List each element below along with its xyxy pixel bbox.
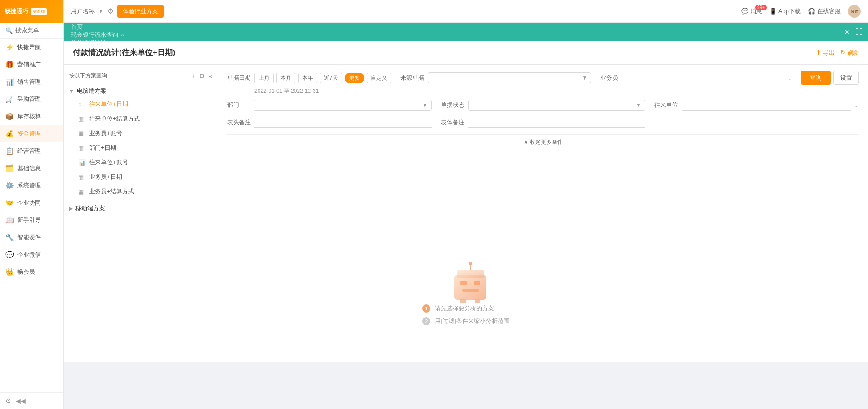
counterpart-field: 往来单位 ... <box>654 100 859 111</box>
scheme-item-dept-date[interactable]: ▦部门+日期 <box>64 141 218 155</box>
online-service-button[interactable]: 🎧 在线客服 <box>808 7 841 15</box>
doc-status-field: 单据状态 ▼ <box>441 100 645 111</box>
sidebar-search[interactable]: 🔍 搜索菜单 <box>0 23 63 39</box>
sidebar-item-quick-nav[interactable]: ⚡快捷导航 <box>0 39 63 56</box>
sidebar-item-member[interactable]: 👑畅会员 <box>0 263 63 281</box>
notifications-badge: 99+ <box>755 5 767 10</box>
sidebar-item-system[interactable]: ⚙️系统管理 <box>0 177 63 194</box>
dept-label: 部门 <box>227 101 250 109</box>
scheme-icon-counterpart-date: ○ <box>78 101 85 108</box>
hint-text-1: 请先选择要分析的方案 <box>435 304 494 313</box>
refresh-label: 刷新 <box>847 49 859 57</box>
query-button[interactable]: 查询 <box>801 71 831 85</box>
sidebar: 畅捷通巧 标准版 🔍 搜索菜单 ⚡快捷导航🎁营销推广📊销售管理🛒采购管理📦库存核… <box>0 0 64 409</box>
tab-close-bank-flow[interactable]: × <box>121 32 124 38</box>
sidebar-item-wechat[interactable]: 💬企业微信 <box>0 246 63 263</box>
doc-status-select[interactable]: ▼ <box>468 100 645 111</box>
tabbar-actions: ✕ ⛶ <box>838 23 868 41</box>
notifications-button[interactable]: 💬 消息 99+ <box>741 7 762 15</box>
app-icon: 📱 <box>769 8 777 15</box>
sidebar-item-inventory[interactable]: 📦库存核算 <box>0 108 63 125</box>
body-note-input[interactable] <box>468 117 645 128</box>
source-doc-select[interactable]: ▼ <box>428 72 592 83</box>
header-note-input[interactable] <box>254 117 432 128</box>
scheme-icon-counterpart-settle: ▦ <box>78 116 85 122</box>
sidebar-icon-inventory: 📦 <box>5 112 14 121</box>
tab-home[interactable]: 首页 <box>64 23 131 31</box>
sidebar-icon-wechat: 💬 <box>5 251 14 259</box>
mobile-scheme-group-header[interactable]: ▶ 移动端方案 <box>64 202 218 214</box>
scheme-add-icon[interactable]: + <box>192 72 195 80</box>
sidebar-icon-enterprise: 🤝 <box>5 199 14 207</box>
salesman-label: 业务员 <box>600 74 623 82</box>
scheme-item-counterpart-account[interactable]: 📊往来单位+账号 <box>64 155 218 170</box>
sidebar-label-inventory: 库存核算 <box>17 112 41 121</box>
sidebar-item-finance[interactable]: 💰资金管理 <box>0 125 63 142</box>
scheme-item-counterpart-date[interactable]: ○往来单位+日期 <box>64 97 218 111</box>
scheme-item-salesman-date[interactable]: ▦业务员+日期 <box>64 170 218 184</box>
sidebar-item-enterprise[interactable]: 🤝企业协同 <box>0 194 63 212</box>
sidebar-item-purchase[interactable]: 🛒采购管理 <box>0 91 63 108</box>
sidebar-icon-operations: 📋 <box>5 147 14 155</box>
sidebar-collapse-icon[interactable]: ◀◀ <box>16 397 26 404</box>
date-btn-上月[interactable]: 上月 <box>254 73 274 83</box>
tab-bank-flow[interactable]: 现金银行流水查询× <box>64 31 131 39</box>
order-date-field: 单据日期 上月本月本年近7天更多自定义 <box>227 73 391 83</box>
collapse-label: 收起更多条件 <box>530 138 563 146</box>
close-tab-icon[interactable]: ✕ <box>844 28 850 36</box>
settings-button[interactable]: 设置 <box>833 71 859 85</box>
scheme-settings-icon[interactable]: ⚙ <box>199 72 205 80</box>
date-btn-自定义[interactable]: 自定义 <box>367 73 391 83</box>
sidebar-icon-marketing: 🎁 <box>5 61 14 69</box>
message-icon: 💬 <box>741 8 748 15</box>
scheme-item-salesman-settle[interactable]: ▦业务员+结算方式 <box>64 184 218 199</box>
topbar: 用户名称 ▼ ⚙ 体验行业方案 💬 消息 99+ 📱 App下载 🎧 在线客服 … <box>64 0 868 23</box>
collapse-more-button[interactable]: ∧ 收起更多条件 <box>227 134 859 150</box>
sidebar-logo: 畅捷通巧 <box>5 7 28 15</box>
sidebar-item-hardware[interactable]: 🔧智能硬件 <box>0 229 63 246</box>
svg-rect-2 <box>460 281 467 285</box>
sidebar-item-basic-info[interactable]: 🗂️基础信息 <box>0 160 63 177</box>
avatar[interactable]: Rit <box>848 5 861 18</box>
tab-list: 首页现金银行流水查询×收款情况统计×新建方案×付款情况统计× <box>64 23 131 41</box>
sidebar-settings-icon[interactable]: ⚙ <box>5 397 11 404</box>
sidebar-icon-finance: 💰 <box>5 130 14 138</box>
scheme-label-counterpart-account: 往来单位+账号 <box>89 158 128 167</box>
date-btn-近7天[interactable]: 近7天 <box>320 73 342 83</box>
sidebar-label-sales: 销售管理 <box>17 78 41 86</box>
scheme-label-counterpart-settle: 往来单位+结算方式 <box>89 115 140 123</box>
svg-rect-8 <box>475 299 480 303</box>
sidebar-label-guide: 新手引导 <box>17 216 41 224</box>
sidebar-item-operations[interactable]: 📋经营管理 <box>0 142 63 160</box>
scheme-sidebar-title: 按以下方案查询 <box>69 72 188 80</box>
svg-rect-0 <box>454 275 486 300</box>
salesman-input[interactable] <box>627 72 783 83</box>
scheme-collapse-icon[interactable]: « <box>209 72 212 80</box>
sidebar-icon-sales: 📊 <box>5 78 14 86</box>
dept-select[interactable]: ▼ <box>254 100 432 111</box>
date-btn-本月[interactable]: 本月 <box>276 73 295 83</box>
counterpart-input[interactable] <box>682 100 851 111</box>
topbar-dropdown-arrow[interactable]: ▼ <box>98 8 104 15</box>
body-note-field: 表体备注 <box>441 117 645 128</box>
app-download-button[interactable]: 📱 App下载 <box>769 7 801 15</box>
expand-tab-icon[interactable]: ⛶ <box>855 28 863 36</box>
export-button[interactable]: ⬆ 导出 <box>816 49 835 57</box>
sidebar-item-guide[interactable]: 📖新手引导 <box>0 212 63 229</box>
sidebar-item-sales[interactable]: 📊销售管理 <box>0 73 63 91</box>
export-icon: ⬆ <box>816 49 821 56</box>
salesman-dots: ... <box>787 75 792 81</box>
counterpart-label: 往来单位 <box>654 101 678 109</box>
collapse-icon: ∧ <box>524 139 528 146</box>
refresh-button[interactable]: ↻ 刷新 <box>840 49 859 57</box>
sidebar-item-marketing[interactable]: 🎁营销推广 <box>0 56 63 73</box>
trial-button[interactable]: 体验行业方案 <box>117 5 164 18</box>
scheme-item-salesman-account[interactable]: ▦业务员+账号 <box>64 126 218 141</box>
topbar-gear-icon[interactable]: ⚙ <box>107 7 114 15</box>
scheme-sidebar: 按以下方案查询 + ⚙ « ▼ 电脑端方案 ○往来单位+日期▦往来单位+结算方式… <box>64 65 218 222</box>
date-btn-更多[interactable]: 更多 <box>345 73 364 83</box>
date-btn-本年[interactable]: 本年 <box>298 73 317 83</box>
scheme-item-counterpart-settle[interactable]: ▦往来单位+结算方式 <box>64 111 218 126</box>
pc-scheme-group-header[interactable]: ▼ 电脑端方案 <box>64 85 218 97</box>
app-download-label: App下载 <box>778 7 801 15</box>
